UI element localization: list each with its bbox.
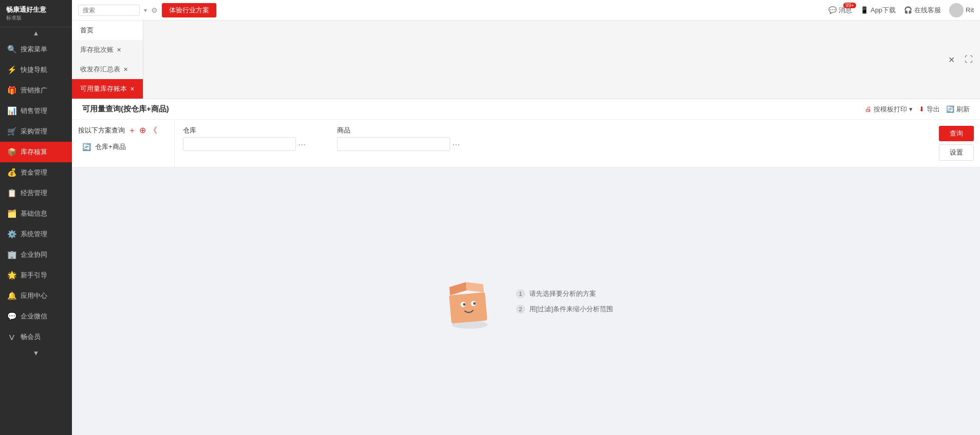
app-download-label: App下载 bbox=[871, 6, 896, 15]
goods-more-btn[interactable]: ··· bbox=[452, 140, 460, 149]
add-scheme-btn[interactable]: ＋ bbox=[128, 126, 136, 135]
user-avatar-area[interactable]: Rit bbox=[949, 3, 974, 17]
page-title: 可用量查询(按仓库+商品) bbox=[82, 104, 169, 114]
filter-actions: 查询 设置 bbox=[933, 120, 980, 167]
tab-available_ledger[interactable]: 可用量库存账本✕ bbox=[72, 79, 143, 99]
tab-close-batch_ledger[interactable]: ✕ bbox=[117, 47, 121, 53]
sidebar-item-system[interactable]: ⚙️ 系统管理 bbox=[0, 224, 72, 244]
sidebar-label-basic: 基础信息 bbox=[21, 209, 47, 218]
export-icon: ⬇ bbox=[919, 105, 924, 113]
topbar-search-input[interactable] bbox=[78, 5, 140, 16]
sidebar-label-purchase: 采购管理 bbox=[21, 127, 47, 136]
query-btn[interactable]: 查询 bbox=[939, 126, 974, 141]
tab-batch_ledger[interactable]: 库存批次账✕ bbox=[72, 40, 143, 60]
sidebar-item-inventory[interactable]: 📦 库存核算 bbox=[0, 142, 72, 162]
settings-btn[interactable]: 设置 bbox=[939, 144, 974, 161]
sidebar-item-marketing[interactable]: 🎁 营销推广 bbox=[0, 80, 72, 101]
empty-state: 1 请先选择要分析的方案 2 用[过滤]条件来缩小分析范围 bbox=[72, 167, 980, 435]
sidebar-label-sales: 销售管理 bbox=[21, 106, 47, 116]
phone-icon: 📱 bbox=[860, 6, 868, 14]
tab-label-batch_ledger: 库存批次账 bbox=[80, 45, 114, 54]
tab-close-available_ledger[interactable]: ✕ bbox=[130, 86, 135, 92]
sidebar-label-wxwork: 企业微信 bbox=[21, 312, 47, 321]
sidebar-item-basic[interactable]: 🗂️ 基础信息 bbox=[0, 203, 72, 224]
sidebar-item-purchase[interactable]: 🛒 采购管理 bbox=[0, 121, 72, 142]
sidebar-icon-search: 🔍 bbox=[7, 45, 16, 54]
print-label: 按模板打印 bbox=[874, 105, 907, 114]
goods-input-row: ··· bbox=[337, 137, 481, 151]
close-tab-btn[interactable]: ✕ bbox=[944, 52, 958, 67]
goods-label: 商品 bbox=[337, 126, 481, 135]
expand-tab-btn[interactable]: ⛶ bbox=[961, 52, 976, 67]
app-download-btn[interactable]: 📱 App下载 bbox=[860, 6, 896, 15]
sidebar-item-search[interactable]: 🔍 搜索菜单 bbox=[0, 39, 72, 60]
tabs-right-actions: ✕ ⛶ bbox=[944, 52, 980, 67]
goods-input[interactable] bbox=[337, 137, 450, 151]
hint-text-1: 请先选择要分析的方案 bbox=[529, 289, 596, 298]
filter-scheme-panel: 按以下方案查询 ＋ ⊕ 《 🔄 仓库+商品 bbox=[72, 120, 175, 167]
warehouse-filter-group: 仓库 ··· bbox=[183, 126, 327, 151]
filter-scheme-label: 按以下方案查询 bbox=[78, 126, 125, 135]
tab-home[interactable]: 首页 bbox=[72, 21, 143, 40]
sidebar: 畅康通好生意 标准版 ▲ 🔍 搜索菜单 ⚡ 快捷导航 🎁 营销推广 📊 销售管理… bbox=[0, 0, 72, 435]
collapse-scheme-btn[interactable]: 《 bbox=[149, 126, 157, 135]
filter-area: 按以下方案查询 ＋ ⊕ 《 🔄 仓库+商品 仓库 ··· bbox=[72, 120, 980, 167]
empty-hints: 1 请先选择要分析的方案 2 用[过滤]条件来缩小分析范围 bbox=[516, 289, 613, 314]
refresh-btn[interactable]: 🔄 刷新 bbox=[946, 105, 970, 114]
sidebar-item-sales[interactable]: 📊 销售管理 bbox=[0, 101, 72, 121]
export-btn[interactable]: ⬇ 导出 bbox=[919, 105, 940, 114]
sidebar-icon-marketing: 🎁 bbox=[7, 86, 16, 95]
export-label: 导出 bbox=[927, 105, 940, 114]
sidebar-item-newbie[interactable]: 🌟 新手引导 bbox=[0, 265, 72, 286]
tab-close-receive_summary[interactable]: ✕ bbox=[123, 66, 128, 73]
print-btn[interactable]: 🖨 按模板打印 ▾ bbox=[865, 105, 913, 114]
sidebar-icon-apps: 🔔 bbox=[7, 291, 16, 300]
empty-hint-2: 2 用[过滤]条件来缩小分析范围 bbox=[516, 305, 613, 314]
sidebar-icon-operation: 📋 bbox=[7, 188, 16, 198]
trial-btn[interactable]: 体验行业方案 bbox=[162, 3, 216, 17]
sidebar-icon-inventory: 📦 bbox=[7, 147, 16, 157]
warehouse-more-btn[interactable]: ··· bbox=[298, 140, 306, 149]
sidebar-label-enterprise: 企业协同 bbox=[21, 250, 47, 259]
scheme-item-icon: 🔄 bbox=[82, 143, 91, 151]
online-service-btn[interactable]: 🎧 在线客服 bbox=[904, 6, 941, 15]
filter-inputs: 仓库 ··· 商品 ··· bbox=[175, 120, 933, 167]
hint-number-2: 2 bbox=[516, 305, 525, 314]
sidebar-item-operation[interactable]: 📋 经营管理 bbox=[0, 183, 72, 203]
goods-filter-group: 商品 ··· bbox=[337, 126, 481, 151]
message-btn[interactable]: 💬 消息 99+ bbox=[828, 6, 852, 15]
sidebar-label-operation: 经营管理 bbox=[21, 188, 47, 198]
sidebar-item-finance[interactable]: 💰 资金管理 bbox=[0, 162, 72, 183]
filter-scheme-header: 按以下方案查询 ＋ ⊕ 《 bbox=[78, 126, 168, 135]
sidebar-label-search: 搜索菜单 bbox=[21, 45, 47, 54]
avatar bbox=[949, 3, 964, 17]
empty-hint-1: 1 请先选择要分析的方案 bbox=[516, 289, 613, 298]
sidebar-item-apps[interactable]: 🔔 应用中心 bbox=[0, 286, 72, 306]
gear-icon[interactable]: ⚙ bbox=[151, 6, 158, 14]
scheme-settings-btn[interactable]: ⊕ bbox=[139, 126, 146, 135]
tab-receive_summary[interactable]: 收发存汇总表✕ bbox=[72, 60, 143, 79]
tab-label-available_ledger: 可用量库存账本 bbox=[80, 84, 127, 93]
sidebar-item-wxwork[interactable]: 💬 企业微信 bbox=[0, 306, 72, 327]
refresh-label: 刷新 bbox=[956, 105, 970, 114]
warehouse-input[interactable] bbox=[183, 137, 296, 151]
sidebar-item-enterprise[interactable]: 🏢 企业协同 bbox=[0, 244, 72, 265]
headset-icon: 🎧 bbox=[904, 6, 912, 14]
sidebar-icon-system: ⚙️ bbox=[7, 230, 16, 239]
chevron-down-icon[interactable]: ▾ bbox=[144, 7, 147, 14]
online-service-label: 在线客服 bbox=[914, 6, 941, 15]
scroll-down-btn[interactable]: ▼ bbox=[0, 347, 72, 359]
tabs-container: 首页库存批次账✕收发存汇总表✕可用量库存账本✕ bbox=[72, 21, 143, 99]
message-badge: 99+ bbox=[843, 3, 856, 8]
warehouse-label: 仓库 bbox=[183, 126, 327, 135]
sidebar-item-member[interactable]: V 畅会员 bbox=[0, 327, 72, 347]
tabs-bar: 首页库存批次账✕收发存汇总表✕可用量库存账本✕ ✕ ⛶ bbox=[72, 21, 980, 99]
svg-rect-1 bbox=[449, 292, 488, 324]
empty-svg-image bbox=[439, 271, 501, 332]
scheme-item-warehouse-goods[interactable]: 🔄 仓库+商品 bbox=[78, 139, 168, 155]
message-icon: 💬 bbox=[828, 6, 837, 14]
sidebar-item-quicknav[interactable]: ⚡ 快捷导航 bbox=[0, 60, 72, 80]
tab-label-home: 首页 bbox=[80, 26, 94, 35]
scroll-up-btn[interactable]: ▲ bbox=[0, 27, 72, 39]
scheme-item-label: 仓库+商品 bbox=[95, 142, 126, 152]
